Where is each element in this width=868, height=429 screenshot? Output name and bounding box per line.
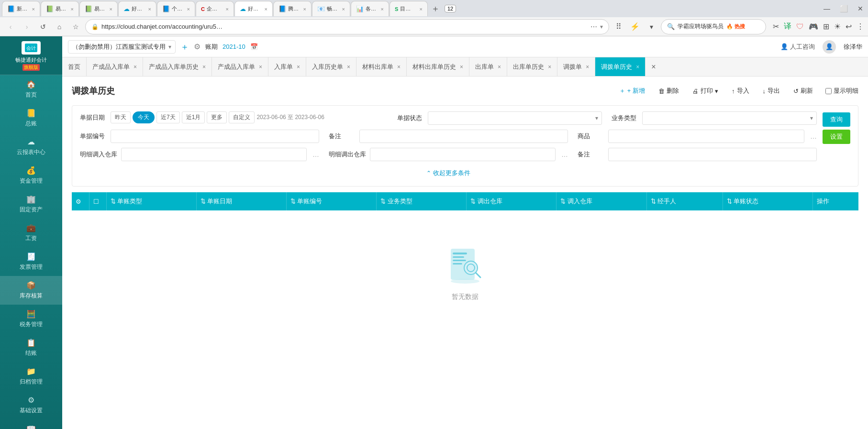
tab-close-11[interactable]: ×	[420, 6, 423, 12]
th-in-warehouse[interactable]: ⇅ 调入仓库	[556, 192, 646, 210]
biztype-select-wrapper[interactable]	[642, 111, 817, 125]
page-tab-out-hist[interactable]: 出库单历史 ×	[507, 57, 557, 77]
browser-tab-10[interactable]: 📊 各… ×	[351, 1, 389, 16]
sidebar-item-guide[interactable]: 📖 新手引导	[0, 419, 62, 429]
maximize-button[interactable]: ⬜	[837, 5, 851, 12]
tab-close-4[interactable]: ×	[148, 6, 151, 12]
out-hist-close-icon[interactable]: ×	[548, 64, 551, 70]
date-7days-btn[interactable]: 近7天	[156, 111, 180, 123]
import-button[interactable]: ↑ 导入	[727, 84, 754, 98]
detail-remark-input[interactable]	[608, 148, 817, 161]
tab-close-7[interactable]: ×	[265, 6, 267, 12]
sidebar-item-reports[interactable]: ☁ 云报表中心	[0, 132, 62, 161]
browser-menu-icon[interactable]: ⋮	[857, 22, 864, 31]
gamepad-icon[interactable]: 🎮	[809, 22, 818, 31]
product-in-close-icon[interactable]: ×	[134, 64, 137, 70]
status-select-wrapper[interactable]	[428, 111, 602, 125]
page-tab-transfer-hist[interactable]: 调拨单历史 ×	[595, 57, 645, 77]
tab-close-10[interactable]: ×	[381, 6, 384, 12]
th-biztype[interactable]: ⇅ 业务类型	[377, 192, 467, 210]
th-handler[interactable]: ⇅ 经手人	[646, 192, 723, 210]
th-out-warehouse[interactable]: ⇅ 调出仓库	[467, 192, 556, 210]
material-out-hist-close-icon[interactable]: ×	[460, 64, 463, 70]
th-settings[interactable]: ⚙	[72, 192, 89, 210]
detail-in-more-icon[interactable]: …	[312, 151, 319, 158]
browser-tab-5[interactable]: 📘 个… ×	[157, 1, 195, 16]
page-tab-out-order[interactable]: 出库单 ×	[469, 57, 507, 77]
display-cols-input[interactable]	[825, 88, 832, 94]
home-button[interactable]: ⌂	[53, 20, 66, 33]
url-bar[interactable]: 🔒 https://cloud.chanjet.com/accounting/u…	[85, 19, 609, 34]
expand-url-icon[interactable]: ▾	[645, 20, 658, 33]
tab-close-5[interactable]: ×	[187, 6, 190, 12]
back-button[interactable]: ‹	[4, 20, 17, 33]
page-tab-product-in-hist[interactable]: 产成品入库单历史 ×	[143, 57, 212, 77]
date-today-btn[interactable]: 今天	[133, 111, 155, 123]
forward-button[interactable]: ›	[20, 20, 33, 33]
scissors-icon[interactable]: ✂	[773, 22, 779, 31]
close-window-button[interactable]: ✕	[855, 5, 866, 12]
sidebar-item-fixed[interactable]: 🏢 固定资产	[0, 190, 62, 219]
close-all-tabs-button[interactable]: ×	[647, 63, 659, 71]
page-tab-product-in[interactable]: 产成品入库单 ×	[87, 57, 143, 77]
page-tab-transfer[interactable]: 调拨单 ×	[557, 57, 595, 77]
in-order-close-icon[interactable]: ×	[297, 64, 300, 70]
settings-gear-icon[interactable]: ⚙	[194, 42, 200, 51]
transfer-hist-close-icon[interactable]: ×	[636, 64, 639, 70]
search-bar[interactable]: 🔍 学霸应聘场驱鸟员 🔥 热搜	[661, 19, 766, 34]
out-order-close-icon[interactable]: ×	[498, 64, 501, 70]
tab-close-3[interactable]: ×	[110, 6, 112, 12]
grid-icon[interactable]: ⊞	[823, 22, 829, 31]
browser-tab-2[interactable]: 📗 易… ×	[41, 1, 79, 16]
th-date[interactable]: ⇅ 单账日期	[196, 192, 286, 210]
print-button[interactable]: 🖨 打印 ▾	[688, 84, 723, 98]
sidebar-item-settle[interactable]: 📋 结账	[0, 333, 62, 362]
product-in2-close-icon[interactable]: ×	[259, 64, 262, 70]
date-more-btn[interactable]: 更多	[207, 111, 227, 123]
date-custom-btn[interactable]: 自定义	[229, 111, 255, 123]
reload-button[interactable]: ↺	[36, 20, 50, 33]
extensions-icon[interactable]: ⠿	[612, 20, 625, 33]
sidebar-item-invoice[interactable]: 🧾 发票管理	[0, 247, 62, 276]
minimize-button[interactable]: —	[821, 5, 833, 12]
sidebar-item-payroll[interactable]: 💼 工资	[0, 219, 62, 247]
period-value[interactable]: 2021-10	[223, 43, 245, 50]
sidebar-item-inventory[interactable]: 📦 库存核算	[0, 276, 62, 305]
sidebar-item-basic[interactable]: ⚙ 基础设置	[0, 391, 62, 419]
export-button[interactable]: ↓ 导出	[758, 84, 785, 98]
lightning-icon[interactable]: ⚡	[628, 20, 642, 33]
th-no[interactable]: ⇅ 单账编号	[286, 192, 376, 210]
goods-input[interactable]	[608, 130, 804, 143]
page-tab-product-in2[interactable]: 产成品入库单 ×	[212, 57, 268, 77]
new-button[interactable]: ＋ + 新增	[614, 84, 650, 98]
new-tab-button[interactable]: ＋	[428, 3, 443, 14]
status-select[interactable]	[428, 111, 602, 125]
date-yesterday-btn[interactable]: 昨天	[111, 111, 131, 123]
sidebar-item-tax[interactable]: 🧮 税务管理	[0, 305, 62, 333]
material-out-close-icon[interactable]: ×	[397, 64, 401, 70]
tab-close-1[interactable]: ×	[32, 6, 35, 12]
bookmark-button[interactable]: ☆	[69, 20, 82, 33]
tab-close-6[interactable]: ×	[226, 6, 229, 12]
sidebar-item-ledger[interactable]: 📒 总账	[0, 104, 62, 132]
shield-icon[interactable]: 🛡	[796, 22, 804, 31]
orderno-input[interactable]	[111, 130, 319, 143]
display-cols-checkbox[interactable]: 显示明细	[825, 87, 858, 95]
support-button[interactable]: 👤 人工咨询	[780, 43, 815, 51]
page-tab-material-out[interactable]: 材料出库单 ×	[356, 57, 407, 77]
in-hist-close-icon[interactable]: ×	[347, 64, 350, 70]
delete-button[interactable]: 🗑 删除	[654, 84, 684, 98]
detail-in-input[interactable]	[121, 148, 307, 161]
biztype-select[interactable]	[642, 111, 817, 125]
th-type[interactable]: ⇅ 单账类型	[106, 192, 196, 210]
period-calendar-icon[interactable]: 📅	[250, 43, 258, 50]
url-dropdown-icon[interactable]: ▾	[600, 23, 603, 30]
browser-tab-1[interactable]: 📘 新… ×	[2, 1, 40, 16]
browser-tab-8[interactable]: 📘 腾… ×	[273, 1, 312, 16]
th-checkbox[interactable]: ☐	[89, 192, 106, 210]
browser-tab-3[interactable]: 📗 易… ×	[79, 1, 118, 16]
browser-tab-6[interactable]: C 企… ×	[196, 1, 234, 16]
sidebar-item-home[interactable]: 🏠 首页	[0, 75, 62, 104]
page-tab-in-hist[interactable]: 入库历史单 ×	[306, 57, 356, 77]
query-button[interactable]: 查询	[823, 112, 850, 127]
